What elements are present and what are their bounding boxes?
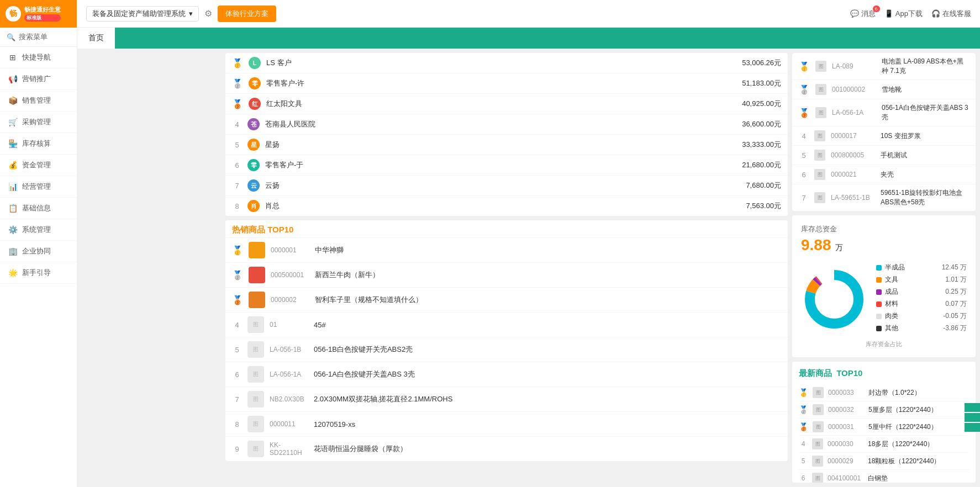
trial-button[interactable]: 体验行业方案 — [218, 6, 276, 22]
sidebar-label-finance: 资金管理 — [22, 160, 51, 170]
search-icon: 🔍 — [7, 33, 15, 41]
product-name: 新西兰牛肉（新牛） — [315, 270, 781, 280]
sidebar-item-inventory[interactable]: 🏪库存核算 — [0, 133, 77, 155]
legend-label: 材料 — [885, 299, 942, 309]
product-name: 056-1B白色按键开关壳ABS2壳 — [314, 345, 781, 354]
legend-color — [876, 277, 882, 283]
lp-rank-number: 5 — [799, 457, 808, 465]
sidebar-label-sys-manage: 系统管理 — [22, 225, 51, 235]
hr-medal-2: 🥈 — [799, 84, 810, 95]
legend-color — [876, 314, 882, 319]
hr-product-name: 雪地靴 — [882, 85, 969, 94]
rank-customer-name: 肖总 — [265, 201, 740, 211]
latest-product-code: 004100001 — [828, 474, 863, 482]
product-code: 01 — [270, 321, 308, 329]
notification-badge: 6 — [873, 6, 880, 12]
latest-product-name: 18颗粒板（1220*2440） — [868, 457, 969, 466]
sidebar-item-operation[interactable]: 📊经营管理 — [0, 176, 77, 198]
hot-medal-3: 🥉 — [232, 295, 243, 305]
rank-customer-value: 7,563.00元 — [746, 201, 781, 211]
sales-ranking-row: 7云云扬7,680.00元 — [225, 176, 788, 196]
product-name: 智利车子里（规格不知道填什么） — [315, 295, 781, 305]
rank-medal-3: 🥉 — [232, 99, 243, 109]
hot-rank-number: 7 — [232, 395, 242, 404]
system-name: 装备及固定资产辅助管理系统 — [92, 9, 186, 19]
sidebar-item-sys-manage[interactable]: ⚙️系统管理 — [0, 219, 77, 241]
hr-product-code: 001000002 — [832, 86, 876, 93]
legend-color — [876, 301, 882, 307]
sidebar-item-new-guide[interactable]: 🌟新手引导 — [0, 262, 77, 284]
hr-product-name: 夹壳 — [881, 170, 969, 179]
sidebar-item-quick-nav[interactable]: ⊞快捷导航 — [0, 47, 77, 68]
sidebar-label-quick-nav: 快捷导航 — [22, 52, 51, 62]
latest-product-code: 0000029 — [828, 457, 863, 465]
hot-product-row: 🥇0000001中华神獅 — [225, 238, 788, 263]
system-selector[interactable]: 装备及固定资产辅助管理系统 ▾ — [86, 6, 199, 22]
inventory-label: 库存总资金 — [801, 224, 837, 234]
nav-tabs: 首页 — [77, 28, 980, 49]
legend-value: 12.45 万 — [942, 263, 967, 272]
rank-customer-value: 53,006.26元 — [742, 58, 781, 68]
rank-customer-name: 星扬 — [265, 140, 736, 150]
app-logo: 畅 畅捷通好生意 标准版 — [0, 0, 77, 28]
sidebar-item-marketing[interactable]: 📢营销推广 — [0, 68, 77, 90]
sidebar-icon-quick-nav: ⊞ — [8, 52, 18, 62]
product-icon: 图 — [815, 84, 826, 95]
hot-rank-number: 8 — [232, 420, 242, 428]
sidebar-label-enterprise: 企业协同 — [22, 246, 51, 256]
left-spacer — [77, 49, 221, 487]
latest-product-name: 白钢垫 — [868, 474, 969, 483]
sidebar-item-sales[interactable]: 📦销售管理 — [0, 90, 77, 112]
hr-product-code: LA-59651-1B — [831, 194, 875, 202]
sidebar-icon-operation: 📊 — [8, 182, 18, 192]
rank-number: 6 — [232, 161, 242, 170]
product-icon: 图 — [814, 150, 825, 161]
rank-customer-name: 零售客户-许 — [266, 78, 736, 88]
sidebar-item-enterprise[interactable]: 🏢企业协同 — [0, 241, 77, 262]
latest-product-row: 🥇图0000033封边带（1.0*22） — [799, 384, 969, 401]
settings-icon[interactable]: ⚙ — [204, 8, 212, 19]
legend-value: 1.01 万 — [945, 275, 967, 284]
product-name: 056-1A白色按键开关盖ABS 3壳 — [314, 369, 781, 379]
product-thumbnail: 图 — [247, 341, 264, 358]
hot-product-right-row: 7图LA-59651-1B59651-1B旋转投影灯电池盒ABS黑色+58壳 — [792, 184, 976, 211]
tab-home[interactable]: 首页 — [77, 28, 115, 49]
search-menu-label: 搜索菜单 — [19, 32, 48, 42]
online-service-btn[interactable]: 🎧 在线客服 — [931, 9, 971, 19]
product-name: 2.0X30MM双搓花轴,搓花直径2.1MM/ROHS — [314, 394, 781, 404]
app-download-btn[interactable]: 📱 App下载 — [884, 9, 923, 19]
rank-customer-name: 苍南县人民医院 — [265, 119, 736, 129]
hr-product-name: 手机测试 — [881, 151, 969, 160]
rank-badge: 苍 — [247, 118, 260, 130]
sidebar-icon-inventory: 🏪 — [8, 139, 18, 149]
float-btn-直播[interactable]: 直播 — [965, 423, 980, 432]
legend-item: 半成品12.45 万 — [876, 263, 967, 272]
sidebar-item-purchase[interactable]: 🛒采购管理 — [0, 112, 77, 133]
sidebar-icon-sales: 📦 — [8, 96, 18, 105]
search-menu[interactable]: 🔍 搜索菜单 — [0, 28, 77, 47]
latest-header: 最新商品 TOP10 — [799, 368, 969, 379]
rank-number: 8 — [232, 202, 242, 210]
sidebar-icon-marketing: 📢 — [8, 74, 18, 84]
chart-footer: 库存资金占比 — [801, 340, 967, 348]
sales-ranking-card: 🥇LLS 客户53,006.26元🥈零零售客户-许51,183.00元🥉红红太阳… — [225, 53, 788, 216]
app-name: 畅捷通好生意 — [24, 6, 61, 13]
rank-customer-value: 40,925.00元 — [742, 99, 781, 109]
hot-product-right-row: 🥈图001000002雪地靴 — [792, 80, 976, 99]
float-btn-客服热线[interactable]: 客服热线 — [965, 403, 980, 412]
hot-product-right-row: 🥉图LA-056-1A056-1A白色按键开关盖ABS 3壳 — [792, 99, 976, 126]
message-btn[interactable]: 💬 消息 6 — [850, 9, 876, 19]
hot-product-right-row: 🥇图LA-089电池盖 LA-089 ABS本色+黑种 7.1克 — [792, 53, 976, 80]
float-btn-服务社区[interactable]: 服务社区 — [965, 413, 980, 422]
donut-chart — [801, 266, 867, 332]
hot-medal-1: 🥇 — [232, 245, 243, 256]
sidebar-item-finance[interactable]: 💰资金管理 — [0, 155, 77, 176]
sales-ranking-row: 8肖肖总7,563.00元 — [225, 196, 788, 216]
latest-product-name: 5厘多层（1220*2440） — [868, 405, 969, 415]
latest-product-icon: 图 — [813, 421, 824, 432]
hr-rank-number: 6 — [799, 171, 809, 179]
sidebar-item-basic-info[interactable]: 📋基础信息 — [0, 198, 77, 219]
middle-section: 🥇LLS 客户53,006.26元🥈零零售客户-许51,183.00元🥉红红太阳… — [221, 49, 792, 487]
hr-product-name: 056-1A白色按键开关盖ABS 3壳 — [882, 103, 969, 122]
product-code: LA-056-1A — [270, 370, 308, 378]
